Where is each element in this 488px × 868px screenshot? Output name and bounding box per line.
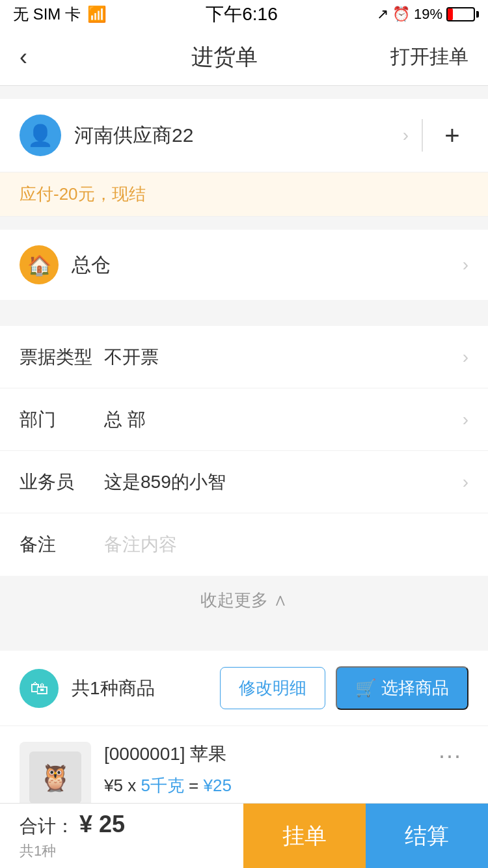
department-label: 部门	[20, 407, 104, 432]
remark-row[interactable]: 备注 备注内容	[0, 513, 488, 576]
supplier-chevron-icon: ›	[403, 125, 409, 146]
divider-1	[0, 217, 488, 230]
total-main: 合计： ¥ 25	[20, 811, 224, 839]
product-header: 🛍 共1种商品 修改明细 🛒 选择商品	[0, 651, 488, 726]
product-count: 共1种商品	[72, 676, 220, 701]
department-value: 总 部	[104, 407, 463, 432]
battery-text: 19%	[414, 6, 442, 23]
warehouse-row[interactable]: 🏠 总仓 ›	[0, 230, 488, 300]
warehouse-icon: 🏠	[20, 245, 59, 284]
collapse-bar[interactable]: 收起更多 ∧	[0, 576, 488, 625]
cart-icon: 🛒	[355, 678, 376, 698]
warehouse-chevron-icon: ›	[463, 254, 468, 275]
department-chevron-icon: ›	[463, 409, 468, 430]
wifi-icon: 📶	[87, 5, 107, 23]
supplier-name: 河南供应商22	[74, 122, 403, 149]
status-left: 无 SIM 卡 📶	[13, 4, 107, 25]
status-bar: 无 SIM 卡 📶 下午6:16 ↗ ⏰ 19%	[0, 0, 488, 29]
avatar-icon: 👤	[27, 123, 53, 148]
total-label: 合计：	[20, 814, 74, 839]
supplier-card: 👤 河南供应商22 › + 应付-20元，现结	[0, 99, 488, 217]
alarm-icon: ⏰	[392, 6, 410, 23]
location-icon: ↗	[377, 6, 388, 23]
supplier-notice: 应付-20元，现结	[0, 172, 488, 217]
carrier-text: 无 SIM 卡	[13, 4, 81, 25]
add-supplier-button[interactable]: +	[436, 119, 468, 152]
checkout-button[interactable]: 结算	[366, 804, 488, 868]
supplier-row[interactable]: 👤 河南供应商22 › +	[0, 99, 488, 172]
product-thumb-inner: 🦉	[29, 752, 81, 804]
product-unit-price: ¥5	[104, 776, 123, 795]
product-title: 苹果	[190, 744, 226, 764]
warehouse-name: 总仓	[72, 252, 463, 278]
divider-3	[0, 625, 488, 638]
owl-logo-icon: 🦉	[39, 763, 72, 793]
total-amount: ¥ 25	[79, 811, 125, 838]
product-quantity: 5千克	[141, 776, 183, 795]
department-row[interactable]: 部门 总 部 ›	[0, 388, 488, 451]
status-time: 下午6:16	[206, 2, 278, 27]
bottom-total: 合计： ¥ 25 共1种	[0, 804, 243, 868]
warehouse-card: 🏠 总仓 ›	[0, 230, 488, 300]
product-icon: 🛍	[20, 669, 59, 708]
form-section: 票据类型 不开票 › 部门 总 部 › 业务员 这是859的小智 › 备注 备注…	[0, 326, 488, 576]
hang-button[interactable]: 挂单	[243, 804, 366, 868]
product-section: 🛍 共1种商品 修改明细 🛒 选择商品 🦉 [0000001] 苹果 ¥5 x …	[0, 651, 488, 829]
product-total: ¥25	[204, 776, 232, 795]
invoice-type-label: 票据类型	[20, 345, 104, 370]
salesman-chevron-icon: ›	[463, 472, 468, 493]
status-right: ↗ ⏰ 19%	[377, 6, 475, 23]
invoice-type-chevron-icon: ›	[463, 347, 468, 368]
product-more-button[interactable]: ···	[432, 742, 468, 769]
bottom-bar: 合计： ¥ 25 共1种 挂单 结算	[0, 803, 488, 868]
product-bag-icon: 🛍	[30, 677, 48, 699]
invoice-type-row[interactable]: 票据类型 不开票 ›	[0, 326, 488, 388]
open-hang-button[interactable]: 打开挂单	[390, 44, 468, 70]
remark-value[interactable]: 备注内容	[104, 532, 468, 557]
product-code: [0000001]	[104, 744, 185, 764]
battery-icon	[446, 7, 475, 21]
divider-2	[0, 300, 488, 313]
salesman-label: 业务员	[20, 470, 104, 495]
modify-detail-button[interactable]: 修改明细	[220, 667, 325, 709]
product-equals: =	[189, 776, 203, 795]
product-info: [0000001] 苹果 ¥5 x 5千克 = ¥25	[104, 742, 432, 797]
avatar: 👤	[20, 115, 61, 156]
back-button[interactable]: ‹	[20, 44, 59, 71]
total-sub: 共1种	[20, 841, 224, 861]
page-title: 进货单	[191, 42, 258, 72]
salesman-row[interactable]: 业务员 这是859的小智 ›	[0, 451, 488, 513]
product-price: ¥5 x 5千克 = ¥25	[104, 774, 432, 797]
product-multiply: x	[128, 776, 141, 795]
supplier-divider	[422, 119, 423, 152]
salesman-value: 这是859的小智	[104, 470, 463, 495]
top-divider	[0, 86, 488, 99]
select-product-button[interactable]: 🛒 选择商品	[336, 666, 468, 710]
remark-label: 备注	[20, 532, 104, 557]
select-product-label: 选择商品	[381, 677, 449, 699]
invoice-type-value: 不开票	[104, 345, 463, 370]
product-name: [0000001] 苹果	[104, 742, 432, 766]
nav-bar: ‹ 进货单 打开挂单	[0, 29, 488, 86]
